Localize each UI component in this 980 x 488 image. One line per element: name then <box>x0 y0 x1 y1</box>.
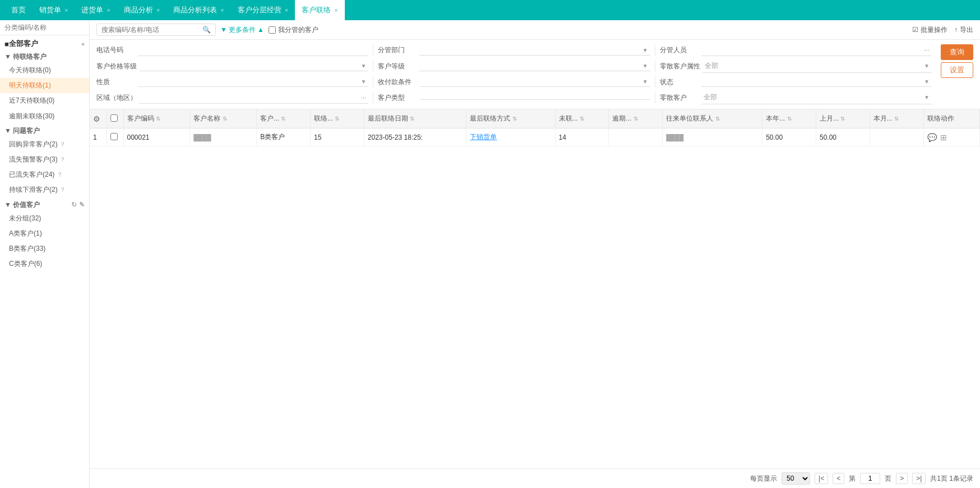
advanced-filter: 电话号码 分管部门 ▼ 分管人员 <box>90 40 980 109</box>
grid-icon[interactable]: ⊞ <box>940 133 947 142</box>
row-checkbox[interactable] <box>110 133 118 140</box>
sidebar-search-row: 🔍 <box>0 20 89 35</box>
th-this-year[interactable]: 本年... ⇅ <box>762 109 816 128</box>
nav-purchase[interactable]: 进货单 × <box>75 0 117 20</box>
th-last-month[interactable]: 上月... ⇅ <box>816 109 870 128</box>
sidebar-item-churn-warning[interactable]: 流失预警客户(3) ？ <box>0 152 89 167</box>
th-name[interactable]: 客户名称 ⇅ <box>190 109 257 128</box>
th-customer-type[interactable]: 客户... ⇅ <box>257 109 311 128</box>
main-layout: 🔍 ■ 全部客户 « ▼ 待联络客户 今天待联络(0) 明天待联络(1) 近7天… <box>0 20 980 488</box>
nav-product-list[interactable]: 商品分析列表 × <box>167 0 230 20</box>
th-last-contact-method[interactable]: 最后联络方式 ⇅ <box>466 109 555 128</box>
price-level-select[interactable]: ▼ <box>139 61 368 71</box>
nav-sales[interactable]: 销货单 × <box>33 0 75 20</box>
first-page-btn[interactable]: |< <box>815 473 828 484</box>
filter-manager: 分管人员 ··· <box>660 44 932 56</box>
filter-retail-customer: 零散客户 全部 ▼ <box>660 91 932 104</box>
last-page-btn[interactable]: >| <box>912 473 926 484</box>
payment-select[interactable]: ▼ <box>419 77 650 87</box>
page-input[interactable] <box>860 473 880 484</box>
sidebar-item-repurchase-anomaly[interactable]: 回购异常客户(2) ？ <box>0 137 89 152</box>
page-size-select[interactable]: 50 100 200 <box>782 472 810 485</box>
status-select[interactable]: ▼ <box>701 77 932 87</box>
nature-select[interactable]: ▼ <box>138 77 368 87</box>
batch-ops-btn[interactable]: ☑ 批量操作 <box>912 25 947 35</box>
sort-icon: ⇅ <box>410 116 414 122</box>
customers-table: ⚙ 客户编码 ⇅ 客户名称 ⇅ <box>90 109 980 146</box>
close-icon[interactable]: × <box>220 7 224 13</box>
th-contact-action: 联络动作 <box>923 109 979 128</box>
sidebar-item-declining[interactable]: 持续下滑客户(2) ？ <box>0 182 89 197</box>
export-btn[interactable]: ↑ 导出 <box>954 25 973 35</box>
phone-input[interactable] <box>138 44 368 56</box>
sidebar-search-input[interactable] <box>4 24 89 31</box>
chevron-up-icon: ▲ <box>257 26 264 34</box>
sidebar-item-a-class[interactable]: A类客户(1) <box>0 226 89 241</box>
refresh-icon[interactable]: ↻ <box>71 201 77 209</box>
sidebar-item-churned[interactable]: 已流失客户(24) ？ <box>0 167 89 182</box>
sidebar-item-tomorrow-pending[interactable]: 明天待联络(1) <box>0 78 89 93</box>
table-row: 1 000021 ████ B类客户 15 2023-05-23 18:25: … <box>90 128 980 146</box>
sort-icon: ⇅ <box>335 116 339 122</box>
sidebar-item-overdue[interactable]: 逾期未联络(30) <box>0 109 89 124</box>
query-button[interactable]: 查询 <box>941 44 973 60</box>
th-unit-contact[interactable]: 往来单位联系人 ⇅ <box>663 109 762 128</box>
last-contact-link[interactable]: 下销货单 <box>470 133 497 141</box>
chevron-down-icon: ▼ <box>360 79 366 85</box>
th-contact-count[interactable]: 联络... ⇅ <box>310 109 364 128</box>
edit-icon[interactable]: ✎ <box>79 201 85 209</box>
customer-level-select[interactable]: ▼ <box>419 61 650 71</box>
retail-attr-select[interactable]: 全部 ▼ <box>702 59 932 73</box>
th-this-month[interactable]: 本月... ⇅ <box>870 109 923 128</box>
my-customers-checkbox[interactable] <box>269 26 276 34</box>
filter-row-3: 性质 ▼ 收付款条件 ▼ <box>96 76 932 88</box>
th-gear: ⚙ <box>90 109 107 128</box>
content-area: 🔍 ▼ 更多条件 ▲ 我分管的客户 ☑ 批量操作 ↑ 导出 <box>90 20 980 488</box>
region-select[interactable]: ··· <box>139 92 368 104</box>
th-code[interactable]: 客户编码 ⇅ <box>123 109 190 128</box>
search-input[interactable] <box>101 26 202 34</box>
my-customers-checkbox-label[interactable]: 我分管的客户 <box>269 25 318 35</box>
sidebar-item-7day-pending[interactable]: 近7天待联络(0) <box>0 93 89 108</box>
ellipsis-icon[interactable]: ··· <box>924 46 930 54</box>
sidebar-item-c-class[interactable]: C类客户(6) <box>0 256 89 271</box>
gear-icon[interactable]: ⚙ <box>93 114 100 123</box>
checkbox-icon: ☑ <box>912 26 918 34</box>
close-icon[interactable]: × <box>156 7 160 13</box>
nav-home[interactable]: 首页 <box>4 0 33 20</box>
filter-status: 状态 ▼ <box>660 77 932 87</box>
more-conditions-btn[interactable]: ▼ 更多条件 ▲ <box>220 25 264 35</box>
th-overdue[interactable]: 逾期... ⇅ <box>609 109 663 128</box>
nav-customer-contact[interactable]: 客户联络 × <box>295 0 344 20</box>
settings-button[interactable]: 设置 <box>941 62 973 78</box>
search-icon[interactable]: 🔍 <box>202 26 211 34</box>
sidebar-all-customers-label[interactable]: ■ <box>4 40 9 48</box>
filter-retail-attr: 零散客户属性 全部 ▼ <box>660 59 932 73</box>
sort-icon: ⇅ <box>223 116 227 122</box>
sidebar-item-b-class[interactable]: B类客户(33) <box>0 241 89 256</box>
filter-row-2: 客户价格等级 ▼ 客户等级 ▼ <box>96 59 932 73</box>
close-icon[interactable]: × <box>107 7 110 13</box>
nav-product-analysis[interactable]: 商品分析 × <box>117 0 167 20</box>
dept-select[interactable]: ▼ <box>419 45 650 56</box>
sidebar-item-today-pending[interactable]: 今天待联络(0) <box>0 63 89 78</box>
ellipsis-icon[interactable]: ··· <box>360 94 366 102</box>
close-icon[interactable]: × <box>285 7 288 13</box>
message-icon[interactable]: 💬 <box>927 133 937 142</box>
customer-type-select[interactable] <box>419 96 650 100</box>
nav-customer-segmentation[interactable]: 客户分层经营 × <box>231 0 295 20</box>
collapse-icon[interactable]: « <box>81 40 85 47</box>
manager-select[interactable]: ··· <box>701 44 932 56</box>
select-all-checkbox[interactable] <box>110 114 118 122</box>
td-contact-count: 15 <box>310 128 364 146</box>
help-icon: ？ <box>59 156 66 163</box>
action-icons: 💬 ⊞ <box>927 133 976 142</box>
retail-customer-select[interactable]: 全部 ▼ <box>701 91 932 104</box>
close-icon[interactable]: × <box>334 7 338 13</box>
prev-page-btn[interactable]: < <box>833 473 844 484</box>
next-page-btn[interactable]: > <box>896 473 908 484</box>
th-last-contact-date[interactable]: 最后联络日期 ⇅ <box>364 109 466 128</box>
th-uncontact[interactable]: 未联... ⇅ <box>555 109 609 128</box>
close-icon[interactable]: × <box>64 7 68 13</box>
sidebar-item-ungrouped[interactable]: 未分组(32) <box>0 211 89 226</box>
